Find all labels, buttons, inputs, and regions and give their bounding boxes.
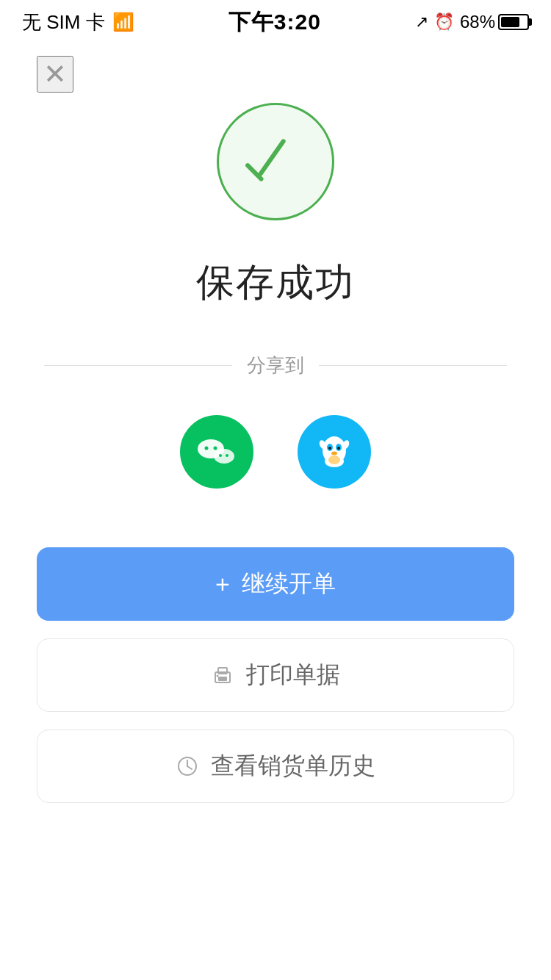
success-title: 保存成功 [196, 257, 355, 309]
print-icon [211, 663, 234, 687]
location-icon: ↗ [415, 12, 428, 32]
main-content: 保存成功 分享到 [0, 44, 551, 803]
status-left: 无 SIM 卡 📶 [22, 10, 134, 35]
continue-plus-icon: + [215, 570, 230, 599]
success-circle [217, 103, 334, 220]
share-section: 分享到 [0, 353, 551, 489]
svg-point-10 [337, 447, 340, 450]
battery-percent: 68% [460, 12, 495, 32]
battery-fill [501, 17, 519, 27]
svg-point-5 [226, 454, 228, 457]
svg-point-8 [328, 447, 331, 450]
wechat-icon [195, 430, 239, 474]
svg-line-22 [187, 766, 192, 769]
svg-point-11 [331, 452, 337, 455]
svg-point-3 [214, 447, 217, 450]
svg-point-19 [217, 675, 219, 677]
status-bar: 无 SIM 卡 📶 下午3:20 ↗ ⏰ 68% [0, 0, 551, 44]
share-icons [44, 415, 507, 489]
action-buttons: + 继续开单 打印单据 查看销货单历史 [0, 547, 551, 803]
battery-status: 68% [460, 12, 529, 32]
qq-icon [314, 431, 355, 472]
print-label: 打印单据 [246, 659, 340, 691]
svg-point-2 [205, 447, 209, 450]
battery-icon [498, 14, 529, 30]
wifi-icon: 📶 [112, 12, 134, 32]
continue-order-button[interactable]: + 继续开单 [37, 547, 514, 621]
status-right: ↗ ⏰ 68% [415, 12, 529, 32]
svg-rect-18 [218, 677, 227, 681]
checkmark-icon [246, 140, 305, 184]
history-button[interactable]: 查看销货单历史 [37, 729, 514, 803]
share-label: 分享到 [247, 353, 304, 378]
print-button[interactable]: 打印单据 [37, 638, 514, 712]
close-icon: ✕ [43, 60, 67, 88]
wechat-share-button[interactable] [180, 415, 253, 489]
svg-point-1 [214, 449, 234, 464]
alarm-icon: ⏰ [434, 12, 454, 32]
status-time: 下午3:20 [228, 7, 321, 37]
continue-order-label: 继续开单 [242, 568, 336, 600]
history-label: 查看销货单历史 [211, 750, 375, 782]
share-divider: 分享到 [44, 353, 507, 378]
divider-line-right [319, 365, 507, 366]
svg-point-13 [328, 455, 340, 464]
history-icon [176, 754, 199, 778]
sim-status: 无 SIM 卡 [22, 10, 105, 35]
divider-line-left [44, 365, 232, 366]
svg-point-4 [219, 454, 222, 457]
qq-share-button[interactable] [298, 415, 371, 489]
close-button[interactable]: ✕ [37, 56, 73, 93]
